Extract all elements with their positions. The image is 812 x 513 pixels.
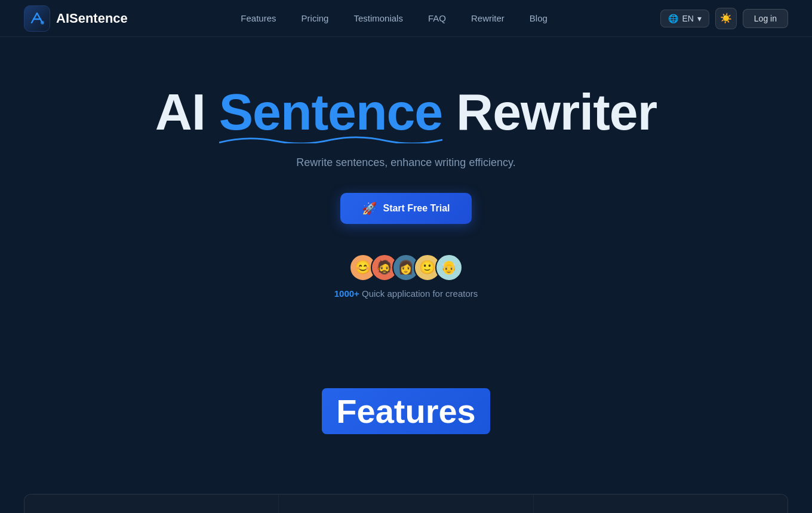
nav-item-rewriter[interactable]: Rewriter [471,13,505,23]
language-selector[interactable]: 🌐 EN ▾ [660,10,709,27]
nav-item-features[interactable]: Features [241,13,276,23]
lang-label: EN [682,14,693,23]
rocket-icon: 🚀 [362,201,377,216]
svg-point-0 [41,21,44,24]
avatar-stack: 😊 🧔 👩 🙂 👴 [349,254,463,281]
nav-item-faq[interactable]: FAQ [428,13,446,23]
features-heading: Features [336,392,475,431]
nav-item-pricing[interactable]: Pricing [302,13,329,23]
chevron-down-icon: ▾ [697,14,702,23]
features-heading-wrap: Features [322,388,490,434]
user-count: 1000+ [334,288,359,299]
login-button[interactable]: Log in [743,9,788,28]
globe-icon: 🌐 [668,14,678,23]
features-grid: Text Summarization Automatically condens… [24,494,788,513]
social-proof-section: 😊 🧔 👩 🙂 👴 1000+ Quick application for cr… [334,254,478,299]
logo-icon [24,5,50,32]
hero-title: AI Sentence Rewriter [155,85,657,139]
feature-card-summarization: Text Summarization Automatically condens… [24,494,278,513]
hero-title-prefix: AI [155,83,219,140]
nav-logo[interactable]: AISentence [24,5,128,32]
social-proof-text: 1000+ Quick application for creators [334,288,478,299]
cta-label: Start Free Trial [383,203,450,214]
hero-subtitle: Rewrite sentences, enhance writing effic… [296,156,516,169]
hero-section: AI Sentence Rewriter Rewrite sentences, … [0,37,812,376]
nav-links: Features Pricing Testimonials FAQ Rewrit… [241,13,547,24]
avatar: 👴 [435,254,463,281]
sun-icon: ☀️ [720,13,732,24]
nav-right: 🌐 EN ▾ ☀️ Log in [660,8,788,29]
feature-card-grammar: AB Grammar Correction Identifies and cor… [279,494,533,513]
start-trial-button[interactable]: 🚀 Start Free Trial [340,193,471,224]
feature-card-plagiarism: $ Plagiarism Detection Scans text agains… [534,494,788,513]
nav-item-blog[interactable]: Blog [530,13,548,23]
brand-name: AISentence [56,11,128,26]
hero-title-highlight: Sentence [219,85,442,139]
nav-item-testimonials[interactable]: Testimonials [353,13,403,23]
navbar: AISentence Features Pricing Testimonials… [0,0,812,37]
social-proof-label: Quick application for creators [362,288,478,299]
features-section: Features Text Summarization Automaticall… [0,376,812,513]
hero-title-suffix: Rewriter [442,83,657,140]
theme-toggle-button[interactable]: ☀️ [715,8,737,29]
